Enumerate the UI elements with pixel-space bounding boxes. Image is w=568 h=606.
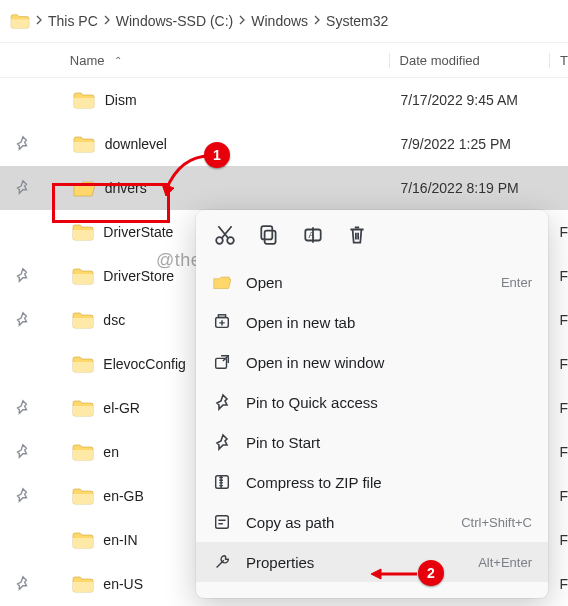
folder-icon [68,267,97,285]
cut-icon[interactable] [214,224,236,246]
column-header-row: Name ⌃ Date modified T [0,43,568,78]
file-date: 7/17/2022 9:45 AM [390,92,558,108]
file-type: F [549,400,568,416]
context-menu-item[interactable]: Copy as pathCtrl+Shift+C [196,502,548,542]
file-row[interactable]: downlevel7/9/2022 1:25 PM [0,122,568,166]
folder-icon [68,443,97,461]
context-menu-item[interactable]: Open in new tab [196,302,548,342]
breadcrumb-segment[interactable]: Windows [251,13,308,29]
folder-icon [68,223,97,241]
context-menu-item-label: Open in new window [246,354,532,371]
wrench-icon [212,552,232,572]
chevron-right-icon [239,15,245,27]
file-row[interactable]: Dism7/17/2022 9:45 AM [0,78,568,122]
breadcrumb-segment[interactable]: System32 [326,13,388,29]
zip-icon [212,472,232,492]
chevron-right-icon [36,15,42,27]
file-type: F [549,356,568,372]
pin-icon [212,432,232,452]
context-menu-item-label: Pin to Start [246,434,532,451]
folder-icon [68,355,97,373]
pin-icon [14,487,30,506]
delete-icon[interactable] [346,224,368,246]
context-menu-item[interactable]: Open in new window [196,342,548,382]
context-menu-item-shortcut: Enter [501,275,532,290]
pin-icon [14,267,30,286]
svg-rect-3 [261,226,272,239]
context-menu-iconbar: A [196,210,548,260]
chevron-right-icon [314,15,320,27]
file-type: F [549,312,568,328]
context-menu-item[interactable]: OpenEnter [196,262,548,302]
file-date: 7/16/2022 8:19 PM [390,180,558,196]
file-type: F [549,488,568,504]
pin-icon [212,392,232,412]
context-menu-item-label: Compress to ZIP file [246,474,532,491]
folder-icon [69,91,99,109]
folder-icon [68,399,97,417]
folder-icon [68,531,97,549]
breadcrumb[interactable]: This PC Windows-SSD (C:) Windows System3… [0,0,568,43]
file-type: F [549,268,568,284]
folder-icon [68,487,97,505]
copy-icon[interactable] [258,224,280,246]
svg-rect-7 [218,315,225,318]
folder-icon [68,311,97,329]
context-menu-item-label: Open in new tab [246,314,532,331]
column-header-name[interactable]: Name ⌃ [56,53,389,68]
context-menu-item[interactable]: Pin to Start [196,422,548,462]
sort-indicator-icon: ⌃ [114,55,122,66]
column-header-type[interactable]: T [549,53,568,68]
folder-open-icon [212,272,232,292]
annotation-box-1 [52,183,170,223]
chevron-right-icon [104,15,110,27]
context-menu-item-label: Pin to Quick access [246,394,532,411]
folder-icon [10,13,30,29]
annotation-badge-1: 1 [204,142,230,168]
svg-rect-2 [265,231,276,244]
file-type: F [549,576,568,592]
folder-icon [69,135,99,153]
pin-icon [14,575,30,594]
context-menu-item[interactable]: Pin to Quick access [196,382,548,422]
pin-icon [14,179,30,198]
file-name: downlevel [99,136,391,152]
file-date: 7/9/2022 1:25 PM [390,136,558,152]
copy-path-icon [212,512,232,532]
context-menu-item-shortcut: Alt+Enter [478,555,532,570]
column-header-date[interactable]: Date modified [389,53,549,68]
folder-icon [68,575,97,593]
svg-rect-10 [216,516,229,529]
breadcrumb-segment[interactable]: This PC [48,13,98,29]
pin-icon [14,311,30,330]
annotation-badge-2: 2 [418,560,444,586]
pin-icon [14,443,30,462]
context-menu-item[interactable]: Compress to ZIP file [196,462,548,502]
rename-icon[interactable]: A [302,224,324,246]
annotation-arrow-2 [369,567,419,583]
pin-icon [14,399,30,418]
context-menu: A OpenEnterOpen in new tabOpen in new wi… [196,210,548,598]
new-window-icon [212,352,232,372]
breadcrumb-segment[interactable]: Windows-SSD (C:) [116,13,233,29]
context-menu-item-label: Open [246,274,487,291]
new-tab-icon [212,312,232,332]
pin-icon [14,135,30,154]
file-type: F [549,532,568,548]
context-menu-item-shortcut: Ctrl+Shift+C [461,515,532,530]
file-name: Dism [99,92,391,108]
context-menu-item-label: Copy as path [246,514,447,531]
file-type: F [549,444,568,460]
svg-text:A: A [309,230,315,240]
file-type: F [549,224,568,240]
